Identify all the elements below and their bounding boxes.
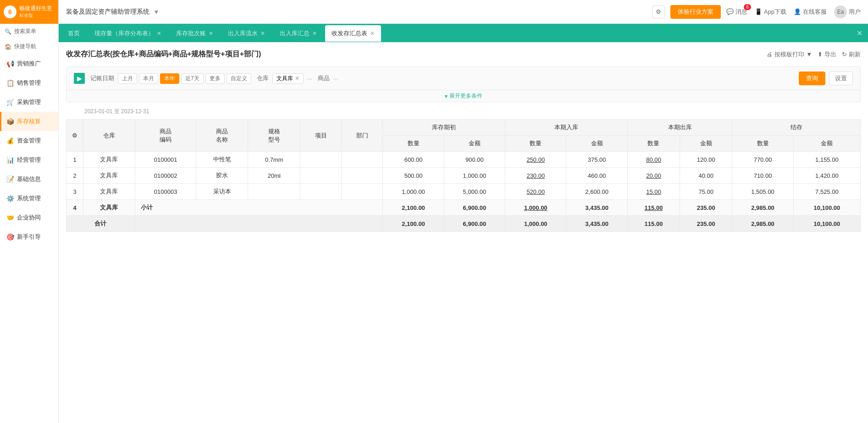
cell-out-qty[interactable]: 20.00: [627, 168, 680, 184]
print-icon: 🖨: [767, 51, 773, 58]
total-filler: [135, 216, 382, 232]
app-download-btn[interactable]: 📱 App下载: [755, 8, 786, 16]
online-service-btn[interactable]: 👤 在线客服: [794, 8, 827, 16]
top-header: 装备及固定资产辅助管理系统 ▼ ⚙ 体验行业方案 💬 消息 6 📱 App下载 …: [59, 0, 868, 24]
filter-warehouse-remove[interactable]: ✕: [295, 75, 299, 82]
query-btn[interactable]: 查询: [799, 71, 825, 85]
tab-home[interactable]: 首页: [61, 25, 86, 42]
cell-goods-spec: 0.7mm: [248, 152, 300, 168]
sidebar-item-label-system: 系统管理: [17, 194, 41, 203]
data-table: ⚙ 仓库 商品编码 商品名称 规格型号 项目 部门 库存期初 本期入库 本期出库…: [66, 119, 861, 232]
filter-date-group: 记账日期 上月 本月 本年 近7天 更多 自定义: [90, 73, 251, 84]
filter-date-this-year[interactable]: 本年: [160, 73, 179, 84]
sidebar-item-basic[interactable]: 📝 基础信息: [0, 170, 58, 189]
tab-inout-summary[interactable]: 出入库汇总✕: [273, 25, 323, 42]
total-out-qty: 115.00: [627, 216, 680, 232]
sidebar-item-sales[interactable]: 📋 销售管理: [0, 73, 58, 93]
cell-dept: [342, 152, 383, 168]
filter-expand-row[interactable]: ▾ 展开更多条件: [66, 90, 860, 102]
tab-bar: 首页现存量（库存分布表）✕库存批次账✕出入库流水✕出入库汇总✕收发存汇总表✕✕: [59, 24, 868, 42]
th-goods-name: 商品名称: [196, 120, 248, 152]
phone-icon: 📱: [755, 8, 762, 15]
cell-in-qty[interactable]: 230.00: [505, 168, 566, 184]
app-download-label: App下载: [764, 8, 786, 16]
search-icon: 🔍: [5, 28, 11, 35]
cell-goods-code: 0100003: [135, 184, 196, 200]
tab-label-home: 首页: [68, 29, 80, 38]
sidebar-item-search[interactable]: 🔍 搜索菜单: [0, 24, 58, 39]
filter-settings-btn[interactable]: 设置: [829, 71, 853, 85]
filter-date-this-month[interactable]: 本月: [139, 73, 158, 84]
sidebar-item-guide[interactable]: 🎯 新手引导: [0, 227, 58, 247]
cell-out-qty[interactable]: 80.00: [627, 152, 680, 168]
tab-close-batch-account[interactable]: ✕: [209, 30, 213, 37]
page-content: 收发存汇总表(按仓库+商品编码+商品+规格型号+项目+部门) 🖨 按模板打印 ▼…: [59, 42, 868, 423]
page-title-row: 收发存汇总表(按仓库+商品编码+商品+规格型号+项目+部门) 🖨 按模板打印 ▼…: [66, 49, 861, 59]
sidebar-item-marketing[interactable]: 📢 营销推广: [0, 54, 58, 73]
user-avatar-area[interactable]: Ea 用户: [834, 5, 861, 18]
cell-goods-name: 采访本: [196, 184, 248, 200]
cell-close-amt: 7,525.00: [793, 184, 860, 200]
filter-date-7days[interactable]: 近7天: [181, 73, 204, 84]
tab-close-inout-summary[interactable]: ✕: [312, 30, 317, 37]
dropdown-icon: ▼: [153, 8, 160, 16]
sidebar-item-quicknav[interactable]: 🏠 快捷导航: [0, 39, 58, 54]
cell-close-qty: 770.00: [732, 152, 793, 168]
sidebar-logo: 6 畅捷通好生意 标准版: [0, 0, 58, 24]
sidebar-item-operations[interactable]: 📊 经营管理: [0, 150, 58, 170]
settings-button[interactable]: ⚙: [652, 5, 665, 18]
total-in-qty: 1,000.00: [505, 216, 566, 232]
sidebar-item-purchase[interactable]: 🛒 采购管理: [0, 93, 58, 112]
tab-inventory-dist[interactable]: 现存量（库存分布表）✕: [88, 25, 168, 42]
filter-warehouse-more[interactable]: ···: [307, 75, 312, 82]
tab-close-inout-flow[interactable]: ✕: [260, 30, 265, 37]
tab-close-recv-send-summary[interactable]: ✕: [370, 30, 375, 37]
print-btn[interactable]: 🖨 按模板打印 ▼: [767, 50, 812, 59]
sidebar-item-inventory[interactable]: 📦 库存核算: [0, 112, 58, 131]
tab-batch-account[interactable]: 库存批次账✕: [170, 25, 220, 42]
sidebar-item-enterprise[interactable]: 🤝 企业协同: [0, 208, 58, 227]
messages-btn[interactable]: 💬 消息 6: [726, 8, 747, 16]
cell-in-qty[interactable]: 520.00: [505, 184, 566, 200]
cell-in-amt: 375.00: [566, 152, 627, 168]
experience-btn[interactable]: 体验行业方案: [670, 5, 721, 19]
th-opening: 库存期初: [383, 120, 505, 136]
subtotal-close-qty: 2,985.00: [732, 200, 793, 216]
cell-out-qty[interactable]: 15.00: [627, 184, 680, 200]
filter-container: ▶ 记账日期 上月 本月 本年 近7天 更多 自定义 仓库: [66, 66, 861, 102]
page-title-actions: 🖨 按模板打印 ▼ ⬆ 导出 ↻ 刷新: [767, 50, 861, 59]
th-settings[interactable]: ⚙: [66, 120, 83, 152]
filter-date-prev-month[interactable]: 上月: [118, 73, 137, 84]
table-row: 1 文具库 0100001 中性笔 0.7mm 600.00 900.00 25…: [66, 152, 861, 168]
cell-project: [300, 168, 342, 184]
cell-close-amt: 1,155.00: [793, 152, 860, 168]
tab-label-inventory-dist: 现存量（库存分布表）: [94, 29, 154, 38]
refresh-btn[interactable]: ↻ 刷新: [842, 50, 861, 59]
cell-close-amt: 1,420.00: [793, 168, 860, 184]
filter-date-custom[interactable]: 自定义: [227, 73, 251, 84]
total-close-qty: 2,985.00: [732, 216, 793, 232]
filter-expand-toggle[interactable]: ▶: [74, 73, 85, 84]
cell-project: [300, 184, 342, 200]
filter-goods-label: 商品: [318, 74, 330, 82]
tab-recv-send-summary[interactable]: 收发存汇总表✕: [325, 25, 381, 42]
tab-close-inventory-dist[interactable]: ✕: [157, 30, 161, 37]
filter-goods-more[interactable]: ···: [333, 75, 338, 82]
sidebar-item-system[interactable]: ⚙️ 系统管理: [0, 189, 58, 208]
sidebar-item-finance[interactable]: 💰 资金管理: [0, 131, 58, 150]
filter-warehouse-value: 文具库: [276, 75, 293, 82]
subtotal-seq: 4: [66, 200, 83, 216]
th-close-qty: 数量: [732, 136, 793, 152]
sidebar-search-label: 搜索菜单: [14, 27, 36, 35]
filter-expand-label: 展开更多条件: [449, 92, 482, 100]
tab-inout-flow[interactable]: 出入库流水✕: [221, 25, 271, 42]
tab-bar-close[interactable]: ✕: [853, 29, 866, 38]
filter-date-buttons: 上月 本月 本年 近7天 更多 自定义: [118, 73, 251, 84]
th-closing: 结存: [732, 120, 861, 136]
filter-warehouse-tag[interactable]: 文具库 ✕: [272, 73, 304, 84]
cell-in-qty[interactable]: 250.00: [505, 152, 566, 168]
table-container: ⚙ 仓库 商品编码 商品名称 规格型号 项目 部门 库存期初 本期入库 本期出库…: [66, 119, 861, 232]
export-btn[interactable]: ⬆ 导出: [818, 50, 836, 59]
total-close-amt: 10,100.00: [793, 216, 860, 232]
filter-date-more[interactable]: 更多: [205, 73, 225, 84]
